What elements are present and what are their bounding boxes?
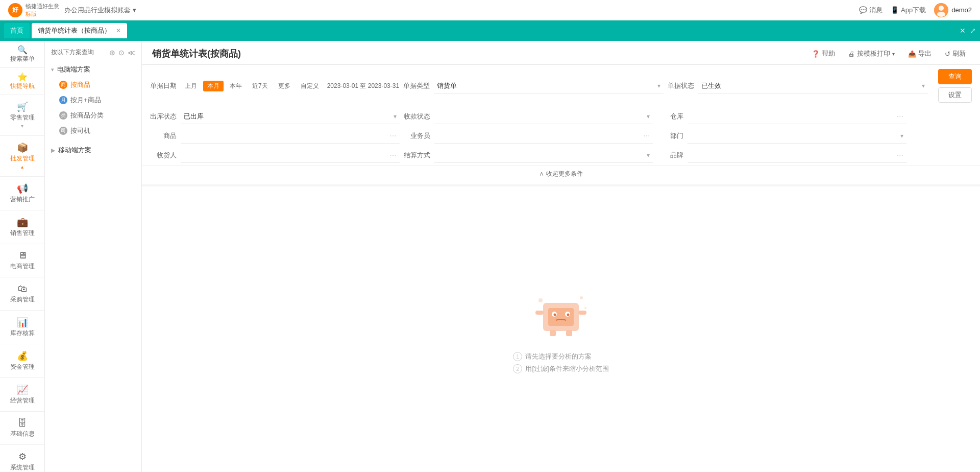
- date-tab-this-month[interactable]: 本月: [203, 81, 224, 91]
- avatar: [934, 3, 948, 17]
- type-filter: 单据类型 销货单 ▾: [403, 78, 664, 93]
- type-selector[interactable]: 销货单 ▾: [434, 78, 664, 93]
- tree-child-goods-category[interactable]: 类 按商品分类: [45, 108, 141, 123]
- sidebar-item-marketing[interactable]: 📢 营销推广: [0, 177, 44, 210]
- sidebar-item-retail[interactable]: 🛒 零售管理 ▾: [0, 95, 44, 136]
- sidebar-item-wholesale[interactable]: 📦 批发管理 ▴: [0, 136, 44, 177]
- sidebar-item-ecommerce[interactable]: 🖥 电商管理: [0, 244, 44, 277]
- settings-scheme-button[interactable]: ⊙: [118, 49, 125, 57]
- date-filter: 单据日期 上月 本月 本年 近7天 更多 自定义 2023-03-01 至 20…: [150, 81, 399, 91]
- close-window-icon[interactable]: ✕: [960, 27, 966, 35]
- settle-filter: 结算方式 ▾: [404, 148, 653, 163]
- sidebar-item-inventory[interactable]: 📊 库存核算: [0, 311, 44, 344]
- filter-section: 单据日期 上月 本月 本年 近7天 更多 自定义 2023-03-01 至 20…: [142, 65, 980, 184]
- svg-point-1: [939, 6, 944, 11]
- consignee-selector[interactable]: ···: [181, 148, 400, 163]
- add-scheme-button[interactable]: ⊕: [109, 49, 115, 57]
- tip-num-1: 1: [513, 352, 522, 361]
- settle-selector[interactable]: ▾: [434, 148, 653, 163]
- warehouse-label: 仓库: [657, 112, 683, 121]
- date-tab-last-7-days[interactable]: 近7天: [248, 81, 272, 91]
- sidebar-item-purchase[interactable]: 🛍 采购管理: [0, 277, 44, 311]
- date-tab-last-month[interactable]: 上月: [181, 81, 201, 91]
- svg-point-7: [554, 313, 556, 316]
- tree-child-driver[interactable]: 司 按司机: [45, 123, 141, 138]
- dept-selector[interactable]: ▾: [688, 128, 906, 144]
- tree-child-month-goods[interactable]: 月 按月+商品: [45, 92, 141, 108]
- message-button[interactable]: 💬 消息: [859, 6, 883, 15]
- date-tabs: 上月 本月 本年 近7天 更多 自定义: [181, 81, 323, 91]
- tab-home[interactable]: 首页: [4, 23, 30, 38]
- industry-selector[interactable]: 办公用品行业模拟账套 ▾: [64, 6, 136, 15]
- tree-child-by-goods[interactable]: 商 按商品: [45, 77, 141, 92]
- date-range-text: 2023-03-01 至 2023-03-31: [327, 82, 399, 90]
- logo-area: 好 畅捷通好生意 标版: [8, 3, 59, 17]
- query-button[interactable]: 查询: [938, 69, 972, 84]
- tab-close-icon[interactable]: ✕: [116, 27, 121, 34]
- tree-parent-mobile-label: 移动端方案: [58, 146, 91, 155]
- sidebar-quick-nav[interactable]: ⭐ 快捷导航: [0, 68, 44, 95]
- filter-row3: 商品 ··· 业务员 ··· 部门: [142, 126, 980, 146]
- maximize-icon[interactable]: ⤢: [970, 27, 976, 35]
- print-dropdown-icon: ▾: [892, 51, 895, 57]
- tree-parent-desktop[interactable]: ▾ 电脑端方案: [45, 62, 141, 77]
- tree-parent-label: 电脑端方案: [57, 65, 90, 74]
- expand-icon: ▾: [21, 123, 23, 129]
- receive-chevron-icon: ▾: [647, 113, 650, 120]
- out-selector[interactable]: 已出库 ▾: [181, 109, 400, 124]
- wholesale-icon: 📦: [2, 142, 42, 153]
- app-download-button[interactable]: 📱 App下载: [891, 6, 926, 15]
- page-actions: ❓ 帮助 🖨 按模板打印 ▾ 📤 导出 ↺ 刷新: [807, 47, 970, 60]
- staff-filter: 业务员 ···: [404, 128, 653, 144]
- sidebar-item-finance[interactable]: 💰 资金管理: [0, 344, 44, 378]
- help-icon: ❓: [812, 50, 820, 58]
- tab-sales-stat[interactable]: 销货单统计表（按商品） ✕: [32, 23, 127, 38]
- export-button[interactable]: 📤 导出: [904, 47, 936, 60]
- tab-sales-stat-label: 销货单统计表（按商品）: [38, 26, 111, 35]
- left-panel: 按以下方案查询 ⊕ ⊙ ≪ ▾ 电脑端方案 商 按商品 月 按月+商品 类: [45, 41, 142, 472]
- svg-point-8: [567, 313, 570, 316]
- goods-selector[interactable]: ···: [181, 128, 400, 144]
- refresh-button[interactable]: ↺ 刷新: [941, 47, 970, 60]
- goods-cat-icon: 类: [59, 111, 67, 120]
- tab-home-label: 首页: [10, 26, 23, 35]
- date-tab-this-year[interactable]: 本年: [226, 81, 246, 91]
- empty-tips: 1 请先选择要分析的方案 2 用[过滤]条件来缩小分析范围: [513, 352, 608, 376]
- logo-text: 畅捷通好生意 标版: [26, 3, 59, 17]
- brand-selector[interactable]: ···: [688, 148, 906, 163]
- tree-parent-mobile[interactable]: ▶ 移动端方案: [45, 143, 141, 158]
- svg-rect-4: [548, 308, 574, 326]
- inventory-icon: 📊: [2, 317, 42, 328]
- date-tab-custom[interactable]: 自定义: [297, 81, 323, 91]
- driver-icon: 司: [59, 127, 67, 135]
- consignee-label: 收货人: [150, 151, 177, 160]
- status-chevron-icon: ▾: [922, 82, 925, 89]
- print-button[interactable]: 🖨 按模板打印 ▾: [844, 47, 899, 60]
- svg-point-15: [584, 307, 586, 309]
- system-icon: ⚙: [2, 451, 42, 462]
- warehouse-selector[interactable]: ···: [688, 109, 906, 124]
- user-area[interactable]: demo2: [934, 3, 972, 17]
- help-button[interactable]: ❓ 帮助: [807, 47, 839, 60]
- sidebar-item-system[interactable]: ⚙ 系统管理: [0, 445, 44, 472]
- month-goods-icon: 月: [59, 96, 67, 104]
- svg-point-14: [580, 296, 583, 299]
- collapse-panel-button[interactable]: ≪: [128, 49, 135, 57]
- status-selector[interactable]: 已生效 ▾: [698, 78, 928, 93]
- svg-rect-10: [566, 330, 572, 336]
- dept-filter: 部门 ▾: [657, 128, 906, 144]
- date-tab-more[interactable]: 更多: [274, 81, 295, 91]
- sidebar-item-operations[interactable]: 📈 经营管理: [0, 378, 44, 412]
- receive-selector[interactable]: ▾: [434, 109, 653, 124]
- panel-actions: ⊕ ⊙ ≪: [109, 49, 135, 57]
- tab-bar: 首页 销货单统计表（按商品） ✕ ✕ ⤢: [0, 20, 980, 41]
- staff-selector[interactable]: ···: [434, 128, 653, 144]
- sidebar-item-sales[interactable]: 💼 销售管理: [0, 210, 44, 244]
- sidebar-search[interactable]: 🔍 搜索菜单: [0, 41, 44, 68]
- goods-filter: 商品 ···: [150, 128, 400, 144]
- page-title: 销货单统计表(按商品): [152, 48, 241, 60]
- basic-icon: 🗄: [2, 418, 42, 429]
- settings-button[interactable]: 设置: [938, 87, 972, 103]
- collapse-bar[interactable]: ∧ 收起更多条件: [142, 165, 980, 182]
- sidebar-item-basic[interactable]: 🗄 基础信息: [0, 412, 44, 445]
